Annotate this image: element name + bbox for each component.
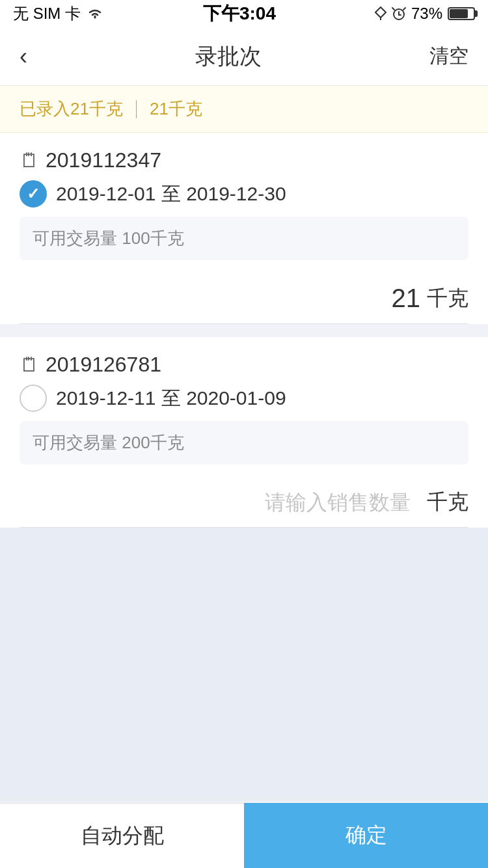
item-1-id-icon: 🗒 — [20, 150, 39, 172]
clear-button[interactable]: 清空 — [429, 43, 468, 70]
bottom-bar: 自动分配 确定 — [0, 803, 488, 868]
no-sim-text: 无 SIM 卡 — [13, 3, 81, 24]
status-left: 无 SIM 卡 — [13, 3, 104, 24]
item-1-quantity-value: 21 — [392, 284, 421, 313]
empty-area — [0, 528, 488, 801]
recorded-text: 已录入21千克 — [20, 98, 123, 120]
item-2-id: 2019126781 — [46, 353, 161, 377]
page-title: 录批次 — [195, 42, 262, 72]
item-card-2: 🗒 2019126781 2019-12-11 至 2020-01-09 可用交… — [0, 337, 488, 528]
status-right: 73% — [375, 5, 475, 23]
item-2-date: 2019-12-11 至 2020-01-09 — [56, 385, 286, 412]
item-1-date: 2019-12-01 至 2019-12-30 — [56, 181, 286, 208]
item-2-radio[interactable] — [20, 385, 47, 412]
item-1-date-row[interactable]: 2019-12-01 至 2019-12-30 — [20, 180, 468, 208]
section-divider-1 — [0, 324, 488, 337]
item-card-1: 🗒 2019112347 2019-12-01 至 2019-12-30 可用交… — [0, 133, 488, 324]
nav-bar: ‹ 录批次 清空 — [0, 27, 488, 86]
info-bar: 已录入21千克 21千克 — [0, 86, 488, 133]
item-2-quantity-input[interactable] — [159, 491, 420, 515]
location-icon — [375, 7, 386, 21]
item-2-date-row[interactable]: 2019-12-11 至 2020-01-09 — [20, 385, 468, 412]
item-2-input-unit: 千克 — [427, 488, 468, 517]
alarm-icon — [392, 7, 406, 21]
item-2-available: 可用交易量 200千克 — [20, 421, 468, 465]
item-1-available: 可用交易量 100千克 — [20, 217, 468, 260]
status-bar: 无 SIM 卡 下午3:04 73% — [0, 0, 488, 27]
auto-distribute-button[interactable]: 自动分配 — [0, 803, 244, 868]
item-1-radio[interactable] — [20, 180, 47, 208]
card-item-1: 🗒 2019112347 2019-12-01 至 2019-12-30 可用交… — [0, 133, 488, 324]
battery-percent: 73% — [411, 5, 442, 23]
item-2-id-icon: 🗒 — [20, 354, 39, 376]
item-2-input-row[interactable]: 千克 — [20, 478, 468, 528]
total-text: 21千克 — [150, 98, 202, 120]
item-2-header: 🗒 2019126781 — [20, 353, 468, 377]
back-button[interactable]: ‹ — [20, 43, 27, 70]
item-1-quantity-row: 21 千克 — [20, 273, 468, 324]
card-item-2: 🗒 2019126781 2019-12-11 至 2020-01-09 可用交… — [0, 337, 488, 528]
battery-icon — [448, 7, 475, 20]
info-divider — [136, 100, 137, 118]
item-1-quantity-unit: 千克 — [427, 284, 468, 313]
status-time: 下午3:04 — [203, 1, 276, 26]
item-1-id: 2019112347 — [46, 148, 161, 172]
wifi-icon — [86, 7, 104, 20]
confirm-button[interactable]: 确定 — [244, 803, 488, 868]
item-1-header: 🗒 2019112347 — [20, 148, 468, 172]
